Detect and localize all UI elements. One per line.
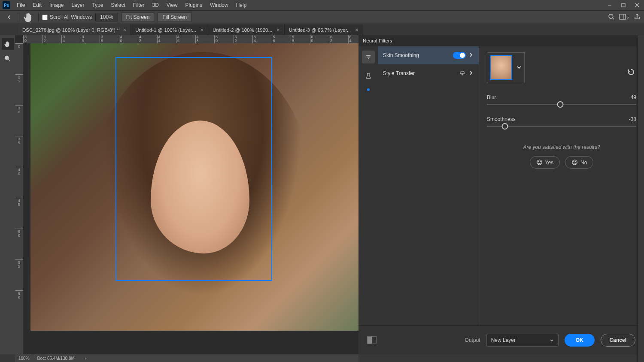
slider-track[interactable]	[487, 126, 636, 127]
svg-point-9	[575, 161, 576, 162]
svg-point-3	[5, 56, 9, 60]
svg-point-5	[538, 161, 539, 162]
ruler-horizontal: 303234363840424446485052545658606264	[23, 35, 358, 43]
fill-screen-button[interactable]: Fill Screen	[158, 12, 191, 22]
window-maximize-button[interactable]	[617, 0, 630, 10]
face-thumbnail	[490, 55, 512, 80]
chevron-down-icon	[516, 65, 522, 71]
filter-label: Style Transfer	[383, 70, 456, 76]
menu-type[interactable]: Type	[88, 2, 107, 8]
menu-file[interactable]: File	[13, 2, 29, 8]
window-close-button[interactable]	[630, 0, 644, 10]
menu-plugins[interactable]: Plugins	[182, 2, 206, 8]
menu-select[interactable]: Select	[107, 2, 129, 8]
document-image	[30, 43, 358, 331]
tab-close-icon[interactable]: ×	[354, 27, 359, 33]
cloud-download-icon[interactable]	[459, 69, 466, 78]
app-logo: Ps	[3, 1, 10, 9]
menu-help[interactable]: Help	[232, 2, 251, 8]
tab-label: DSC_0278.jpg @ 100% (Layer 0, RGB/8*) *	[22, 27, 119, 33]
blur-slider: Blur49	[487, 94, 636, 105]
menu-3d[interactable]: 3D	[148, 2, 162, 8]
tab-close-icon[interactable]: ×	[200, 27, 205, 33]
menu-edit[interactable]: Edit	[29, 2, 46, 8]
tab-close-icon[interactable]: ×	[276, 27, 281, 33]
status-bar: 100% Doc: 65.4M/130.8M ›	[15, 354, 358, 362]
preview-toggle-icon[interactable]	[367, 336, 377, 344]
window-minimize-button[interactable]	[603, 0, 617, 10]
feedback-yes-button[interactable]: Yes	[530, 156, 560, 169]
canvas-area: 303234363840424446485052545658606264 025…	[15, 35, 358, 354]
reset-icon[interactable]	[627, 68, 635, 78]
workspace-switcher[interactable]	[619, 13, 629, 21]
tab-document-2[interactable]: Untitled-1 @ 100% (Layer...×	[131, 24, 208, 35]
document-tabs: DSC_0278.jpg @ 100% (Layer 0, RGB/8*) *×…	[0, 24, 644, 35]
filter-toggle[interactable]	[453, 52, 466, 59]
svg-point-4	[537, 160, 541, 165]
svg-point-6	[540, 161, 540, 162]
options-bar: Scroll All Windows 100% Fit Screen Fill …	[0, 10, 644, 24]
hand-tool[interactable]	[2, 38, 14, 50]
menu-filter[interactable]: Filter	[129, 2, 149, 8]
tab-label: Untitled-1 @ 100% (Layer...	[135, 27, 196, 33]
slider-value[interactable]: -38	[629, 116, 636, 122]
hand-tool-icon	[23, 11, 35, 23]
ruler-vertical: 02530354045505560	[15, 43, 23, 354]
filter-skin-smoothing[interactable]: Skin Smoothing	[378, 46, 479, 64]
status-zoom[interactable]: 100%	[18, 356, 30, 361]
feedback-no-button[interactable]: No	[565, 156, 593, 169]
filter-style-transfer[interactable]: Style Transfer	[378, 64, 479, 82]
slider-thumb[interactable]	[557, 101, 563, 108]
zoom-tool[interactable]	[2, 52, 14, 64]
slider-value[interactable]: 49	[631, 94, 636, 100]
cancel-button[interactable]: Cancel	[601, 334, 635, 347]
output-value: New Layer	[491, 337, 516, 343]
svg-point-1	[609, 14, 613, 18]
panel-footer: Output New Layer OK Cancel	[358, 325, 644, 354]
slider-label: Blur	[487, 94, 496, 100]
slider-track[interactable]	[487, 104, 636, 105]
tool-strip	[0, 35, 15, 354]
output-dropdown[interactable]: New Layer	[486, 334, 559, 347]
filter-label: Skin Smoothing	[383, 52, 450, 58]
ok-button[interactable]: OK	[565, 334, 595, 347]
filter-list: Skin Smoothing Style Transfer	[378, 46, 479, 354]
slider-label: Smoothness	[487, 116, 516, 122]
home-back-button[interactable]	[3, 11, 15, 23]
output-label: Output	[465, 337, 480, 343]
tab-document-1[interactable]: DSC_0278.jpg @ 100% (Layer 0, RGB/8*) *×	[18, 24, 131, 35]
panel-title: Neural Filters	[358, 35, 644, 46]
fit-screen-button[interactable]: Fit Screen	[122, 12, 155, 22]
canvas[interactable]	[23, 43, 358, 354]
svg-point-7	[572, 160, 577, 165]
svg-point-8	[574, 161, 574, 162]
menu-layer[interactable]: Layer	[67, 2, 88, 8]
active-indicator-dot	[367, 88, 370, 91]
feedback-prompt: Are you satisfied with the results?	[487, 144, 636, 150]
featured-filters-icon[interactable]	[362, 51, 375, 63]
tab-document-3[interactable]: Untitled-2 @ 100% (1920...×	[208, 24, 284, 35]
chevron-right-icon	[468, 70, 474, 77]
collapsed-panel-gutter[interactable]	[637, 35, 644, 362]
filter-category-strip	[358, 46, 378, 354]
status-doc-size[interactable]: Doc: 65.4M/130.8M	[37, 356, 75, 361]
svg-rect-0	[622, 3, 625, 7]
slider-thumb[interactable]	[501, 123, 508, 130]
search-icon[interactable]	[608, 13, 615, 21]
chevron-right-icon	[468, 52, 474, 59]
tab-document-4[interactable]: Untitled-3 @ 66.7% (Layer...×	[285, 24, 363, 35]
menubar: Ps File Edit Image Layer Type Select Fil…	[0, 0, 644, 10]
share-icon[interactable]	[634, 13, 641, 21]
tab-label: Untitled-3 @ 66.7% (Layer...	[289, 27, 351, 33]
menu-window[interactable]: Window	[206, 2, 232, 8]
beta-filters-icon[interactable]	[362, 69, 375, 82]
tab-close-icon[interactable]: ×	[122, 27, 128, 33]
menu-view[interactable]: View	[163, 2, 182, 8]
menu-image[interactable]: Image	[46, 2, 67, 8]
neural-filters-panel: Neural Filters Skin Smoothing Style Tran…	[358, 35, 644, 354]
scroll-all-windows-checkbox[interactable]: Scroll All Windows	[42, 14, 92, 20]
zoom-level-input[interactable]: 100%	[95, 13, 118, 21]
filter-settings: Blur49 Smoothness-38 Are you satisfied w…	[479, 46, 644, 354]
svg-rect-2	[620, 14, 626, 19]
face-selector[interactable]	[487, 52, 525, 83]
